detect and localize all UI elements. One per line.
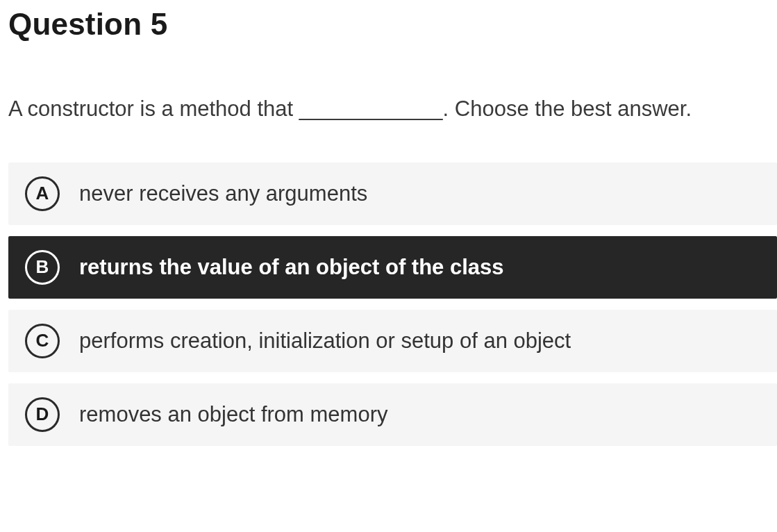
option-d[interactable]: D removes an object from memory (8, 383, 777, 446)
question-prompt: A constructor is a method that _________… (8, 94, 777, 124)
option-text-d: removes an object from memory (79, 401, 387, 427)
options-list: A never receives any arguments B returns… (8, 163, 777, 446)
option-b[interactable]: B returns the value of an object of the … (8, 236, 777, 299)
option-badge-c: C (25, 324, 60, 358)
option-text-a: never receives any arguments (79, 181, 367, 206)
option-badge-d: D (25, 397, 60, 432)
option-badge-b: B (25, 250, 60, 285)
option-a[interactable]: A never receives any arguments (8, 163, 777, 225)
option-text-b: returns the value of an object of the cl… (79, 254, 504, 280)
question-header: Question 5 (8, 7, 777, 42)
option-text-c: performs creation, initialization or set… (79, 328, 571, 354)
option-badge-a: A (25, 176, 60, 211)
option-c[interactable]: C performs creation, initialization or s… (8, 310, 777, 372)
